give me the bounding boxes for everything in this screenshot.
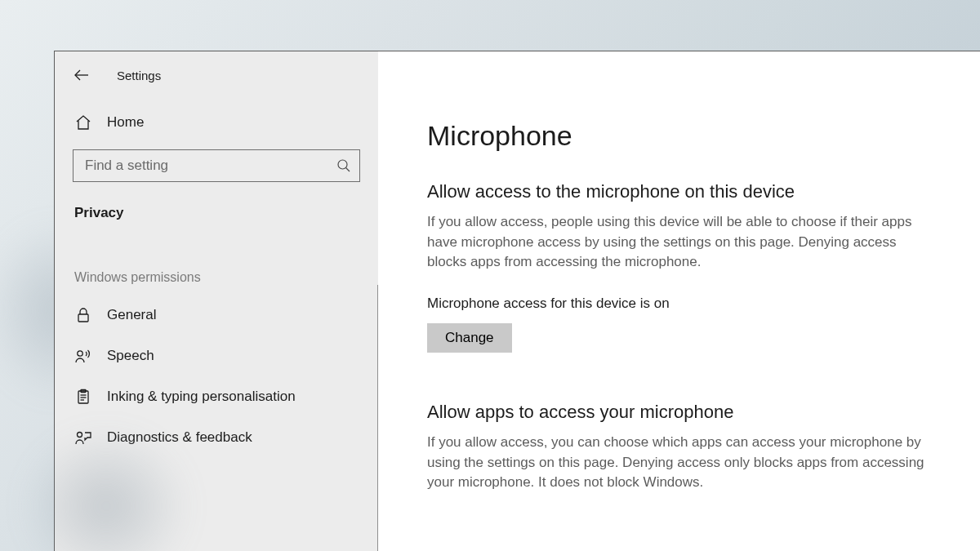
svg-rect-3	[78, 314, 88, 322]
feedback-icon	[74, 429, 92, 447]
speech-icon	[74, 347, 92, 365]
sidebar-item-label: General	[107, 307, 156, 323]
section2-heading: Allow apps to access your microphone	[427, 402, 931, 423]
search-input[interactable]	[85, 158, 336, 174]
main-content: Microphone Allow access to the microphon…	[378, 51, 980, 551]
active-section-label: Privacy	[55, 193, 378, 238]
change-button[interactable]: Change	[427, 323, 512, 353]
sidebar-item-inking[interactable]: Inking & typing personalisation	[55, 376, 378, 417]
svg-point-10	[78, 433, 82, 438]
page-title: Microphone	[427, 120, 931, 152]
svg-line-2	[346, 168, 350, 172]
section1-description: If you allow access, people using this d…	[427, 212, 925, 273]
svg-point-4	[78, 351, 82, 356]
section1-heading: Allow access to the microphone on this d…	[427, 181, 931, 202]
search-wrap	[55, 143, 378, 193]
search-box[interactable]	[73, 149, 360, 182]
back-arrow-icon	[74, 67, 90, 83]
sidebar: Settings Home Priva	[55, 51, 378, 551]
sidebar-item-general[interactable]: General	[55, 295, 378, 335]
section2-description: If you allow access, you can choose whic…	[427, 433, 925, 493]
group-label: Windows permissions	[55, 238, 378, 295]
sidebar-item-speech[interactable]: Speech	[55, 335, 378, 376]
sidebar-item-label: Inking & typing personalisation	[107, 389, 296, 405]
back-button[interactable]	[69, 63, 94, 87]
home-label: Home	[107, 114, 144, 131]
sidebar-item-label: Speech	[107, 348, 154, 364]
settings-window: Settings Home Priva	[54, 51, 980, 551]
titlebar: Settings	[55, 63, 378, 105]
sidebar-item-label: Diagnostics & feedback	[107, 429, 252, 446]
home-icon	[74, 113, 92, 131]
search-icon	[336, 158, 351, 173]
sidebar-item-home[interactable]: Home	[55, 105, 378, 143]
clipboard-icon	[74, 388, 92, 406]
mic-access-status: Microphone access for this device is on	[427, 295, 931, 312]
lock-icon	[74, 306, 92, 324]
app-title: Settings	[117, 69, 161, 82]
sidebar-item-diagnostics[interactable]: Diagnostics & feedback	[55, 417, 378, 458]
svg-point-1	[338, 160, 347, 169]
